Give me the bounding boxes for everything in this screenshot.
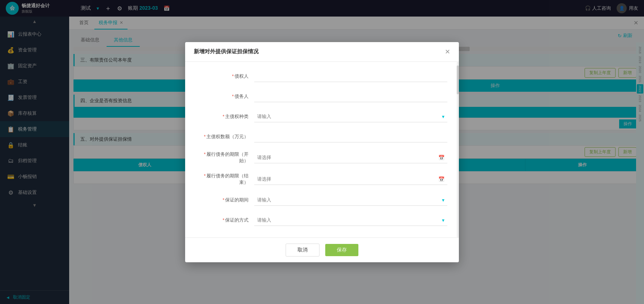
form-row-guarantee-period: *保证的期间 ▾ bbox=[197, 194, 447, 206]
guarantee-period-input[interactable] bbox=[254, 194, 447, 206]
period-end-input[interactable] bbox=[254, 173, 447, 185]
creditor-label: *债权人 bbox=[197, 73, 254, 80]
modal-scrollbar-thumb bbox=[457, 65, 459, 94]
guarantee-method-input[interactable] bbox=[254, 214, 447, 226]
claim-amount-input[interactable] bbox=[254, 131, 447, 142]
claim-type-input[interactable] bbox=[254, 111, 447, 122]
modal-overlay: 新增对外提供保证担保情况 ✕ *债权人 *债务人 bbox=[0, 0, 644, 304]
claim-type-label: *主债权种类 bbox=[197, 113, 254, 120]
modal-dialog: 新增对外提供保证担保情况 ✕ *债权人 *债务人 bbox=[185, 42, 459, 262]
period-end-label: *履行债务的期限（结束） bbox=[197, 173, 254, 186]
required-star: * bbox=[232, 73, 234, 79]
creditor-input[interactable] bbox=[254, 71, 447, 82]
debtor-input[interactable] bbox=[254, 91, 447, 102]
form-row-claim-amount: *主债权数额（万元） bbox=[197, 131, 447, 142]
required-star: * bbox=[204, 173, 206, 178]
claim-amount-label: *主债权数额（万元） bbox=[197, 133, 254, 140]
required-star: * bbox=[232, 94, 234, 99]
form-row-debtor: *债务人 bbox=[197, 91, 447, 102]
modal-header: 新增对外提供保证担保情况 ✕ bbox=[185, 42, 459, 62]
required-star: * bbox=[223, 197, 224, 203]
claim-type-select-wrap: ▾ bbox=[254, 111, 447, 122]
guarantee-method-select-wrap: ▾ bbox=[254, 214, 447, 226]
modal-body: *债权人 *债务人 *主债权种类 ▾ bbox=[185, 62, 459, 237]
required-star: * bbox=[204, 151, 206, 157]
period-start-label: *履行债务的期限（开始） bbox=[197, 151, 254, 164]
form-row-period-start: *履行债务的期限（开始） 📅 bbox=[197, 151, 447, 164]
period-start-date-wrap: 📅 bbox=[254, 152, 447, 163]
form-row-period-end: *履行债务的期限（结束） 📅 bbox=[197, 173, 447, 186]
guarantee-period-select-wrap: ▾ bbox=[254, 194, 447, 206]
save-button[interactable]: 保存 bbox=[325, 244, 358, 256]
modal-footer: 取消 保存 bbox=[185, 237, 459, 262]
guarantee-period-label: *保证的期间 bbox=[197, 197, 254, 203]
debtor-label: *债务人 bbox=[197, 93, 254, 100]
form-row-creditor: *债权人 bbox=[197, 71, 447, 82]
modal-close-button[interactable]: ✕ bbox=[445, 48, 450, 56]
period-end-date-wrap: 📅 bbox=[254, 173, 447, 185]
required-star: * bbox=[204, 134, 206, 139]
guarantee-method-label: *保证的方式 bbox=[197, 217, 254, 223]
form-row-guarantee-method: *保证的方式 ▾ bbox=[197, 214, 447, 226]
cancel-button[interactable]: 取消 bbox=[286, 244, 319, 257]
modal-scrollbar-track bbox=[457, 62, 459, 237]
form-row-claim-type: *主债权种类 ▾ bbox=[197, 111, 447, 122]
period-start-input[interactable] bbox=[254, 152, 447, 163]
required-star: * bbox=[223, 114, 224, 119]
modal-title: 新增对外提供保证担保情况 bbox=[194, 48, 259, 55]
required-star: * bbox=[223, 217, 224, 223]
